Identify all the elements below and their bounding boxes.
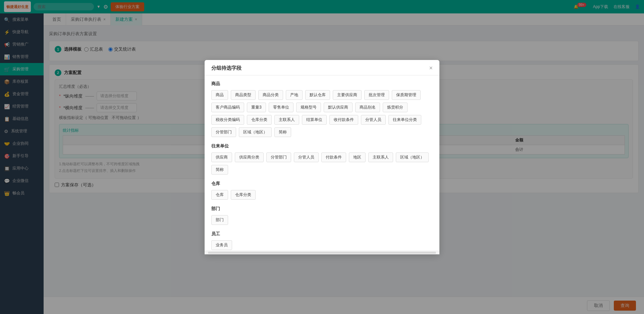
field-tag[interactable]: 商品类型: [231, 90, 256, 100]
field-tags-employee: 业务员: [211, 240, 433, 250]
field-group-department: 部门 部门: [211, 206, 433, 225]
field-tag[interactable]: 客户商品编码: [211, 103, 244, 112]
modal-overlay: 分组待选字段 × 商品 商品 商品类型 商品分类 产地 默认仓库 主要供应商 批…: [0, 0, 644, 314]
field-tag[interactable]: 默认供应商: [324, 103, 353, 112]
field-tags-warehouse: 仓库 仓库分类: [211, 190, 433, 200]
modal-close-button[interactable]: ×: [429, 65, 433, 72]
field-tag[interactable]: 炼货积分: [383, 103, 408, 112]
field-tag[interactable]: 分管部门: [266, 152, 291, 162]
field-tags-product: 商品 商品类型 商品分类 产地 默认仓库 主要供应商 批次管理 保质期管理 客户…: [211, 90, 433, 137]
field-tag[interactable]: 往来单位分类: [388, 115, 421, 125]
field-tag[interactable]: 部门: [211, 215, 228, 225]
group-title-partner: 往来单位: [211, 143, 433, 149]
field-tag[interactable]: 商品别名: [355, 103, 380, 112]
field-tag[interactable]: 区域（地区）: [239, 127, 272, 137]
field-tag[interactable]: 主联系人: [274, 115, 299, 125]
field-tag[interactable]: 结算单位: [302, 115, 327, 125]
field-group-employee: 员工 业务员: [211, 231, 433, 250]
field-tags-partner: 供应商 供应商分类 分管部门 分管人员 付款条件 地区 主联系人 区域（地区） …: [211, 152, 433, 175]
field-tag[interactable]: 供应商分类: [235, 152, 264, 162]
field-tag[interactable]: 保质期管理: [392, 90, 421, 100]
field-tag[interactable]: 区域（地区）: [396, 152, 429, 162]
field-tag[interactable]: 付款条件: [321, 152, 346, 162]
field-tag[interactable]: 分管人员: [361, 115, 386, 125]
field-tags-department: 部门: [211, 215, 433, 225]
modal-header: 分组待选字段 ×: [205, 60, 439, 75]
group-title-product: 商品: [211, 81, 433, 87]
field-tag[interactable]: 分管人员: [294, 152, 319, 162]
field-tag[interactable]: 主联系人: [368, 152, 393, 162]
field-tag[interactable]: 简称: [211, 165, 228, 175]
field-tag[interactable]: 零售单位: [269, 103, 293, 112]
field-tag[interactable]: 重量3: [247, 103, 266, 112]
field-tag[interactable]: 产地: [286, 90, 303, 100]
modal-body: 商品 商品 商品类型 商品分类 产地 默认仓库 主要供应商 批次管理 保质期管理…: [205, 75, 439, 251]
field-tag[interactable]: 简称: [274, 127, 291, 137]
field-tag[interactable]: 收付款条件: [329, 115, 358, 125]
group-title-department: 部门: [211, 206, 433, 212]
field-tag[interactable]: 仓库分类: [247, 115, 272, 125]
field-group-product: 商品 商品 商品类型 商品分类 产地 默认仓库 主要供应商 批次管理 保质期管理…: [211, 81, 433, 137]
field-group-partner: 往来单位 供应商 供应商分类 分管部门 分管人员 付款条件 地区 主联系人 区域…: [211, 143, 433, 175]
field-tag[interactable]: 商品: [211, 90, 228, 100]
field-tag[interactable]: 主要供应商: [333, 90, 362, 100]
field-tag[interactable]: 商品分类: [258, 90, 283, 100]
field-tag[interactable]: 仓库: [211, 190, 228, 200]
field-tag[interactable]: 业务员: [211, 240, 232, 250]
field-tag[interactable]: 批次管理: [364, 90, 389, 100]
field-tag[interactable]: 分管部门: [211, 127, 236, 137]
modal-hscrollbar[interactable]: [205, 251, 439, 254]
modal-title: 分组待选字段: [211, 65, 241, 71]
field-tag[interactable]: 仓库分类: [231, 190, 256, 200]
field-select-modal: 分组待选字段 × 商品 商品 商品类型 商品分类 产地 默认仓库 主要供应商 批…: [205, 60, 439, 254]
field-tag[interactable]: 地区: [349, 152, 366, 162]
field-tag[interactable]: 税收分类编码: [211, 115, 244, 125]
field-tag[interactable]: 规格型号: [296, 103, 321, 112]
field-tag[interactable]: 默认仓库: [305, 90, 330, 100]
field-group-warehouse: 仓库 仓库 仓库分类: [211, 181, 433, 200]
field-tag[interactable]: 供应商: [211, 152, 232, 162]
group-title-warehouse: 仓库: [211, 181, 433, 187]
group-title-employee: 员工: [211, 231, 433, 237]
